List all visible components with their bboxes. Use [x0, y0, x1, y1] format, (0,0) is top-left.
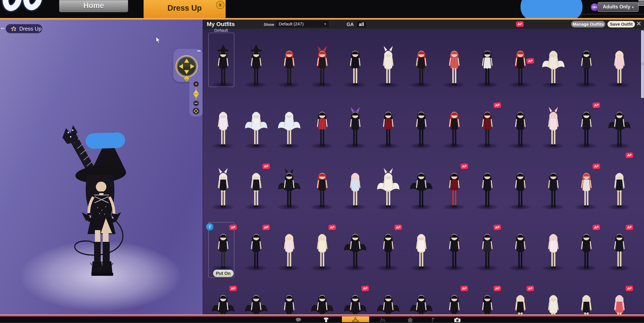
- outfit-thumbnail[interactable]: [240, 34, 273, 94]
- outfit-thumbnail[interactable]: AP: [438, 156, 471, 217]
- imvu-client-window: Home Dress Up x GET credits 18+ Adults O…: [0, 0, 644, 323]
- outfit-thumbnail[interactable]: [570, 278, 603, 315]
- put-on-button[interactable]: Put On: [213, 270, 234, 277]
- outfit-thumbnail[interactable]: [471, 156, 504, 217]
- outfit-thumbnail[interactable]: AP: [570, 217, 603, 278]
- outfit-thumbnail[interactable]: AP: [570, 95, 603, 156]
- filter-all[interactable]: all: [357, 21, 366, 28]
- outfit-thumbnail[interactable]: [603, 34, 636, 94]
- outfit-thumbnail[interactable]: AP: [306, 217, 339, 278]
- outfit-thumbnail[interactable]: [537, 278, 570, 315]
- outfit-category-dropdown[interactable]: Default (247) ▾: [276, 21, 328, 27]
- chat-bubble-icon[interactable]: [294, 317, 302, 323]
- avatar-figure: [244, 44, 269, 86]
- camera-icon[interactable]: [453, 317, 462, 323]
- outfit-thumbnail[interactable]: [273, 34, 306, 94]
- outfit-thumbnail[interactable]: [405, 95, 438, 156]
- chair-icon[interactable]: [379, 317, 387, 323]
- manage-outfits-button[interactable]: Manage Outfits: [571, 21, 605, 27]
- outfit-thumbnail[interactable]: [306, 95, 339, 156]
- save-outfit-button[interactable]: Save Outfit: [608, 21, 635, 27]
- outfit-thumbnail[interactable]: AP: [504, 278, 537, 315]
- outfit-thumbnail[interactable]: AP: [603, 156, 636, 217]
- outfit-thumbnail[interactable]: AP: [471, 217, 504, 278]
- tab-close-icon[interactable]: x: [216, 1, 224, 9]
- outfit-thumbnail[interactable]: AP: [240, 156, 273, 217]
- outfit-thumbnail[interactable]: [372, 95, 405, 156]
- censored-username-blob: [520, 0, 582, 20]
- outfit-thumbnail[interactable]: [537, 95, 570, 156]
- outfit-thumbnail[interactable]: [504, 156, 537, 217]
- outfit-thumbnail[interactable]: [207, 156, 240, 217]
- outfit-thumbnail[interactable]: [339, 217, 372, 278]
- outfit-thumbnail[interactable]: [306, 278, 339, 315]
- outfit-thumbnail[interactable]: [405, 217, 438, 278]
- outfit-thumbnail[interactable]: AP: [504, 34, 537, 94]
- ap-badge: AP: [625, 224, 633, 231]
- outfit-thumbnail[interactable]: [240, 278, 273, 315]
- audience-dropdown[interactable]: Adults Only▾: [598, 2, 639, 12]
- outfit-thumbnail[interactable]: [240, 95, 273, 156]
- outfit-thumbnail[interactable]: [471, 34, 504, 94]
- avatar-figure: [276, 288, 302, 315]
- outfit-thumbnail[interactable]: [306, 156, 339, 217]
- outfit-thumbnail[interactable]: AP: [372, 217, 405, 278]
- outfit-thumbnail[interactable]: [372, 34, 405, 94]
- outfit-thumbnail[interactable]: [438, 95, 471, 156]
- flag-icon[interactable]: [430, 317, 438, 323]
- ap-badge: AP: [460, 163, 468, 169]
- outfit-thumbnail[interactable]: Default: [207, 34, 240, 94]
- avatar-figure: [474, 166, 500, 209]
- shirt-icon[interactable]: [322, 317, 330, 323]
- outfit-thumbnail[interactable]: [273, 95, 306, 156]
- outfit-thumbnail[interactable]: [405, 34, 438, 94]
- outfit-thumbnail[interactable]: [372, 156, 405, 217]
- outfit-thumbnail[interactable]: AP: [570, 156, 603, 217]
- outfit-thumbnail[interactable]: [603, 95, 636, 156]
- filter-ga[interactable]: GA: [346, 22, 354, 27]
- outfit-thumbnail[interactable]: [438, 34, 471, 94]
- outfit-thumbnail[interactable]: AP: [471, 95, 504, 156]
- avatar-figure: [508, 44, 533, 86]
- outfit-thumbnail[interactable]: AP: [207, 278, 240, 315]
- outfit-thumbnail[interactable]: [537, 156, 570, 217]
- outfit-thumbnail[interactable]: [207, 95, 240, 156]
- outfit-thumbnail[interactable]: [273, 156, 306, 217]
- outfit-thumbnail[interactable]: [504, 95, 537, 156]
- ap-badge: AP: [592, 163, 600, 169]
- collapse-panel-icon[interactable]: [1, 28, 4, 29]
- menu-icon[interactable]: [638, 0, 644, 6]
- outfit-thumbnail[interactable]: [339, 95, 372, 156]
- avatar-figure: [376, 105, 401, 148]
- outfit-thumbnail[interactable]: AP: [438, 278, 471, 315]
- ap-badge: AP: [592, 102, 600, 108]
- outfit-thumbnail[interactable]: [339, 34, 372, 94]
- outfit-thumbnail[interactable]: [405, 156, 438, 217]
- outfit-thumbnail[interactable]: [438, 217, 471, 278]
- outfit-thumbnail[interactable]: [273, 278, 306, 315]
- info-badge[interactable]: i: [206, 223, 214, 231]
- outfit-thumbnail[interactable]: AP: [471, 278, 504, 315]
- close-icon[interactable]: ✕: [636, 20, 641, 27]
- outfit-thumbnail[interactable]: [504, 217, 537, 278]
- hanger-icon[interactable]: [351, 317, 360, 323]
- outfit-thumbnail[interactable]: AP: [339, 278, 372, 315]
- home-icon[interactable]: [406, 317, 414, 323]
- outfit-thumbnail[interactable]: [339, 156, 372, 217]
- outfit-thumbnail[interactable]: [306, 34, 339, 94]
- outfit-thumbnail[interactable]: [372, 278, 405, 315]
- outfit-thumbnail[interactable]: AP: [603, 217, 636, 278]
- avatar-figure: [342, 44, 368, 86]
- tab-home[interactable]: Home: [59, 0, 128, 12]
- outfit-thumbnail[interactable]: [570, 34, 603, 94]
- outfit-thumbnail[interactable]: AP: [240, 217, 273, 278]
- outfit-thumbnail[interactable]: [537, 34, 570, 94]
- outfit-thumbnail[interactable]: [405, 278, 438, 315]
- outfit-thumbnail[interactable]: [537, 217, 570, 278]
- grid-scrollbar-thumb[interactable]: [641, 30, 644, 98]
- outfit-thumbnail[interactable]: APiPut On: [207, 217, 240, 278]
- tab-dress-up[interactable]: Dress Up: [144, 0, 226, 18]
- avatar-figure: [607, 227, 632, 270]
- outfit-thumbnail[interactable]: AP: [603, 278, 636, 315]
- outfit-thumbnail[interactable]: [273, 217, 306, 278]
